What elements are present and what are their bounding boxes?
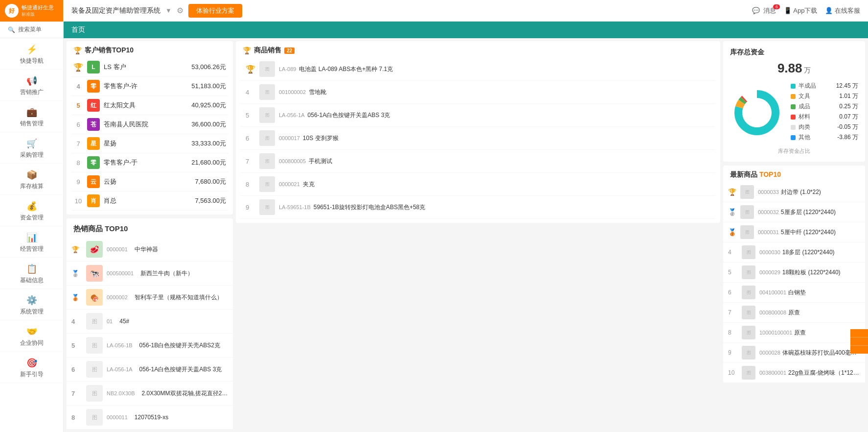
system-name: 装备及固定资产辅助管理系统 <box>71 6 160 15</box>
list-item: 9 图 LA-59651-1B 59651-1B旋转投影灯电池盒ABS黑色+58… <box>241 196 715 219</box>
customer-amount: 7,680.00元 <box>195 177 226 186</box>
customer-name: 苍南县人民医院 <box>104 120 187 129</box>
page-content: 🏆 客户销售TOP10 🏆 L LS 客户 53,006.26元 4 零 零售客… <box>64 38 868 432</box>
legend-color <box>791 135 796 140</box>
sidebar-item-operations[interactable]: 📊 经营管理 <box>0 226 63 258</box>
legend-label: 半成品 <box>799 82 833 90</box>
legend-label: 其他 <box>799 133 834 142</box>
float-btn-community[interactable]: 服务社区 <box>850 337 868 345</box>
table-row: 4 零 零售客户-许 51,183.00元 <box>71 77 228 96</box>
hot-name: 2.0X30MM双搓花轴,搓花直径2.1MM/ROHS <box>141 389 228 398</box>
newest-products-card: 最新商品 TOP10 🏆 图 0000033 封边带 (1.0*22) 🥈 图 <box>723 166 865 383</box>
product-name: 10S 变刹罗猴 <box>303 134 339 143</box>
online-service-link[interactable]: 👤 在线客服 <box>825 6 860 15</box>
breadcrumb-home[interactable]: 首页 <box>71 25 85 33</box>
sidebar-item-purchase[interactable]: 🛒 采购管理 <box>0 132 63 164</box>
right-column: 库存总资金 9.88 万 <box>723 41 865 429</box>
sidebar-item-marketing[interactable]: 📢 营销推广 <box>0 70 63 101</box>
rank-num-7: 9 <box>73 178 83 186</box>
product-trophy-icon: 🏆 <box>243 47 251 54</box>
product-thumbnail: 图 <box>86 313 103 330</box>
guide-icon: 🎯 <box>26 358 37 368</box>
new-product-thumb: 图 <box>740 205 754 219</box>
new-product-info: 000800008 原查 <box>759 309 860 317</box>
customer-amount: 33,333.00元 <box>191 139 226 148</box>
inventory-icon: 📦 <box>26 169 37 180</box>
trial-button[interactable]: 体验行业方案 <box>188 4 242 18</box>
sidebar-item-guide[interactable]: 🎯 新手引导 <box>0 352 63 383</box>
table-row: 7 星 星扬 33,333.00元 <box>71 134 228 153</box>
hot-name: 中华神器 <box>135 245 228 254</box>
sidebar-item-finance[interactable]: 💰 资金管理 <box>0 195 63 226</box>
product-info: 001000002 雪地靴 <box>279 88 326 96</box>
product-name: 雪地靴 <box>309 88 326 96</box>
hot-products-title: 热销商品 TOP10 <box>67 218 233 238</box>
float-btn-live[interactable]: 直播 <box>850 345 868 354</box>
product-thumbnail: 图 <box>259 153 275 169</box>
list-item: 6 图 004100001 白钢垫 <box>723 283 865 303</box>
product-info: 0000021 夹克 <box>279 180 315 189</box>
new-product-thumb: 图 <box>742 366 755 380</box>
new-code: 004100001 <box>759 289 786 295</box>
dropdown-icon[interactable]: ▼ <box>165 7 172 14</box>
main-area: 装备及固定资产辅助管理系统 ▼ ⚙ 体验行业方案 💬 6 消息 📱 App下载 … <box>64 0 868 432</box>
search-menu-item[interactable]: 🔍 搜索菜单 <box>0 22 63 38</box>
notification-icon: 💬 <box>752 7 760 14</box>
list-item: 🥉 图 0000031 5厘中纤 (1220*2440) <box>723 222 865 242</box>
customer-name: 星扬 <box>104 139 187 148</box>
product-name: 电池盖 LA-089 ABS本色+黑种 7.1克 <box>299 65 393 73</box>
customer-name: 肖总 <box>104 196 191 205</box>
hot-code: LA-056-1B <box>107 342 133 348</box>
sales-label: 销售管理 <box>20 120 44 128</box>
operations-icon: 📊 <box>26 232 37 243</box>
avatar: L <box>87 61 100 73</box>
table-row: 9 云 云扬 7,680.00元 <box>71 172 228 192</box>
inventory-label: 库存核算 <box>20 182 44 191</box>
topbar: 装备及固定资产辅助管理系统 ▼ ⚙ 体验行业方案 💬 6 消息 📱 App下载 … <box>64 0 868 22</box>
online-service-label: 在线客服 <box>835 7 860 14</box>
product-info: LA-056-1A 056-1A白色按键开关盖ABS 3克 <box>279 111 390 120</box>
new-name: 原查 <box>788 309 800 317</box>
new-product-info: 003800001 22g鱼豆腐-烧烤味（1*12*20） <box>759 369 860 377</box>
notification-area[interactable]: 💬 6 消息 <box>752 6 776 15</box>
service-icon: 👤 <box>825 7 833 14</box>
legend-value: 0.07 万 <box>839 113 858 121</box>
finance-icon: 💰 <box>26 201 37 212</box>
sidebar-item-system[interactable]: ⚙️ 系统管理 <box>0 289 63 320</box>
product-sales-list: 🏆 图 LA-089 电池盖 LA-089 ABS本色+黑种 7.1克 4 图 <box>236 58 720 223</box>
search-menu-label: 搜索菜单 <box>18 25 42 34</box>
rank-6: 6 <box>246 135 255 142</box>
sidebar-item-inventory[interactable]: 📦 库存核算 <box>0 164 63 195</box>
sidebar-item-basic[interactable]: 📋 基础信息 <box>0 258 63 289</box>
legend-label: 材料 <box>799 113 836 121</box>
sidebar-item-quick[interactable]: ⚡ 快捷导航 <box>0 38 63 70</box>
legend-value: -3.86 万 <box>837 133 858 142</box>
product-thumbnail: 图 <box>86 385 103 402</box>
legend-color <box>791 125 796 130</box>
left-column: 🏆 客户销售TOP10 🏆 L LS 客户 53,006.26元 4 零 零售客… <box>67 41 233 429</box>
list-item: 4 图 0000030 18多层 (1220*2440) <box>723 242 865 263</box>
product-code: 0000017 <box>279 135 300 141</box>
app-download-icon: 📱 <box>784 7 792 14</box>
legend-color <box>791 94 796 99</box>
app-download-link[interactable]: 📱 App下载 <box>784 6 817 15</box>
float-btn-service[interactable]: 客服热线 <box>850 329 868 337</box>
customer-amount: 53,006.26元 <box>191 63 226 72</box>
system-label: 系统管理 <box>20 308 44 316</box>
product-name: 手机测试 <box>309 157 332 166</box>
sidebar-item-enterprise[interactable]: 🤝 企业协同 <box>0 320 63 352</box>
new-code: 0000028 <box>759 350 780 356</box>
settings-icon[interactable]: ⚙ <box>177 6 183 15</box>
sidebar-item-sales[interactable]: 💼 销售管理 <box>0 101 63 132</box>
product-info: LA-089 电池盖 LA-089 ABS本色+黑种 7.1克 <box>279 65 393 73</box>
avatar: 云 <box>87 175 100 188</box>
product-sales-header: 🏆 商品销售 22 <box>236 41 720 58</box>
customer-top10-card: 🏆 客户销售TOP10 🏆 L LS 客户 53,006.26元 4 零 零售客… <box>67 41 233 215</box>
basic-icon: 📋 <box>26 264 37 274</box>
search-icon: 🔍 <box>8 26 15 33</box>
hot-rank-1: 🏆 <box>71 246 82 253</box>
top-label: TOP10 <box>759 170 781 178</box>
operations-label: 经营管理 <box>20 245 44 253</box>
table-row: 5 红 红太阳文具 40,925.00元 <box>71 96 228 115</box>
new-product-thumb: 图 <box>742 326 755 339</box>
